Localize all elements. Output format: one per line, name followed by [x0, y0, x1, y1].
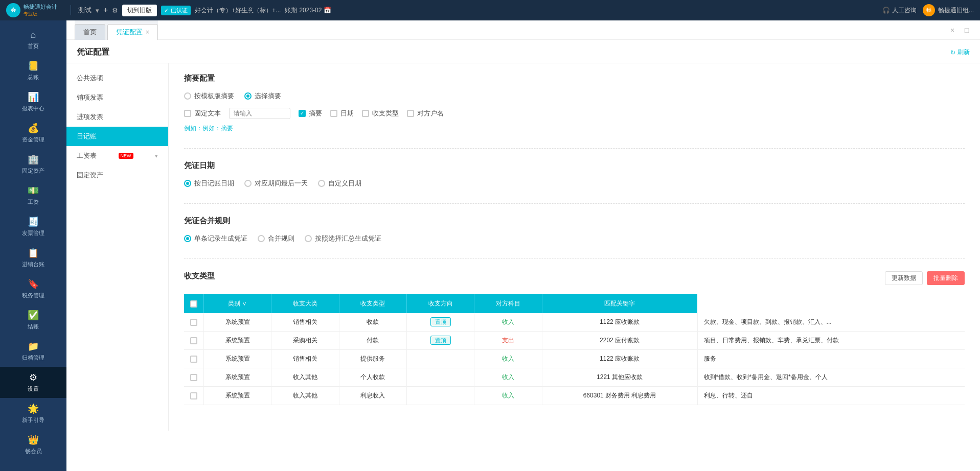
col-direction: 收支方向	[406, 294, 474, 313]
left-nav-public[interactable]: 公共选项	[66, 68, 168, 88]
funds-icon: 💰	[28, 123, 39, 134]
refresh-button[interactable]: ↻ 刷新	[950, 48, 970, 57]
voucher-date-radio-group: 按日记账日期 对应期间最后一天 自定义日期	[184, 179, 965, 188]
period-info: 账期 2023-02 📅	[285, 6, 331, 15]
update-data-button[interactable]: 更新数据	[885, 271, 923, 285]
window-close-button[interactable]: ×	[947, 25, 958, 35]
tab-close-icon[interactable]: ×	[146, 29, 149, 36]
sidebar-item-funds[interactable]: 💰 资金管理	[0, 117, 66, 149]
merge-rules-radio-group: 单条记录生成凭证 合并规则 按照选择汇总生成凭证	[184, 234, 965, 243]
checkbox-type[interactable]: 收支类型	[362, 109, 399, 118]
row-5-override	[406, 387, 474, 405]
sidebar-label-reports: 报表中心	[22, 105, 44, 112]
fixed-text-input[interactable]	[229, 108, 290, 119]
radio-custom-date[interactable]: 自定义日期	[318, 179, 361, 188]
left-nav-journal[interactable]: 日记账	[66, 127, 168, 146]
guide-icon: 🌟	[28, 403, 39, 414]
override-tag-1[interactable]: 置顶	[430, 317, 451, 326]
sidebar-item-settle[interactable]: ✅ 结账	[0, 304, 66, 336]
radio-single[interactable]: 单条记录生成凭证	[184, 234, 247, 243]
radio-select-circle	[244, 92, 252, 100]
radio-custom-date-circle	[318, 180, 325, 187]
logo: 会 畅捷通好会计 专业版	[6, 3, 57, 17]
row-2-checkbox[interactable]	[190, 337, 197, 344]
sidebar-item-tax[interactable]: 🔖 税务管理	[0, 273, 66, 304]
company-dropdown-arrow[interactable]: ▾	[96, 7, 99, 14]
sidebar-item-purchase[interactable]: 📋 进销台账	[0, 242, 66, 273]
window-maximize-button[interactable]: □	[962, 25, 972, 35]
row-1-income-type: 收款	[339, 313, 406, 332]
row-3-checkbox[interactable]	[190, 356, 197, 363]
chevron-down-icon: ▾	[155, 153, 158, 159]
checkbox-date[interactable]: 日期	[330, 109, 354, 118]
select-all-checkbox[interactable]	[190, 300, 197, 308]
window-controls: × □	[947, 25, 972, 35]
type-checkbox-box	[362, 110, 369, 117]
summary-checkbox-row: 固定文本 摘要 日期	[184, 108, 965, 119]
sidebar-item-archive[interactable]: 📁 归档管理	[0, 336, 66, 367]
user-menu[interactable]: 畅 畅捷通旧组...	[923, 4, 974, 16]
tax-icon: 🔖	[28, 278, 39, 290]
left-nav-fixed-assets[interactable]: 固定资产	[66, 166, 168, 185]
batch-delete-button[interactable]: 批量删除	[927, 271, 965, 285]
sidebar-item-member[interactable]: 👑 畅会员	[0, 429, 66, 460]
checkbox-fixed-text[interactable]: 固定文本	[184, 109, 221, 118]
radio-summary-generate[interactable]: 按照选择汇总生成凭证	[305, 234, 381, 243]
tab-home[interactable]: 首页	[75, 24, 105, 40]
row-1-checkbox[interactable]	[190, 319, 197, 326]
checkbox-summary[interactable]: 摘要	[299, 109, 322, 118]
radio-select[interactable]: 选择摘要	[244, 91, 281, 101]
calendar-icon[interactable]: 📅	[324, 7, 331, 14]
sidebar-item-guide[interactable]: 🌟 新手引导	[0, 398, 66, 429]
row-5-direction: 收入	[474, 387, 542, 405]
radio-merge[interactable]: 合并规则	[258, 234, 294, 243]
sidebar-label-archive: 归档管理	[22, 354, 44, 362]
sidebar-item-reports[interactable]: 📊 报表中心	[0, 86, 66, 117]
left-nav-purchase-invoice[interactable]: 进项发票	[66, 107, 168, 127]
ledger-icon: 📒	[28, 60, 39, 72]
row-5-account: 660301 财务费用 利息费用	[542, 387, 697, 405]
sidebar-item-salary[interactable]: 💵 工资	[0, 180, 66, 211]
sidebar-label-invoice: 发票管理	[22, 229, 44, 237]
tab-bar: 首页 凭证配置 ×	[75, 20, 158, 40]
sidebar-item-home[interactable]: ⌂ 首页	[0, 25, 66, 55]
divider-3	[184, 258, 965, 259]
sidebar: ⌂ 首页 📒 总账 📊 报表中心 💰 资金管理 🏢 固定资产 💵 工资	[0, 20, 66, 471]
row-2-major-type: 采购相关	[271, 332, 339, 350]
row-5-checkbox[interactable]	[190, 392, 197, 399]
income-expense-section: 收支类型 更新数据 批量删除	[184, 271, 965, 405]
switch-version-button[interactable]: 切到旧版	[122, 5, 157, 16]
sidebar-item-settings[interactable]: ⚙ 设置	[0, 367, 66, 398]
add-button[interactable]: +	[103, 6, 108, 15]
gear-icon[interactable]: ⚙	[112, 7, 118, 14]
page-header: 凭证配置 ↻ 刷新	[66, 40, 980, 63]
date-checkbox-box	[330, 110, 337, 117]
merge-rules-title: 凭证合并规则	[184, 216, 965, 226]
table-row: 系统预置 收入其他 利息收入 收入 660301 财务费用 利息费用 利息、行转…	[184, 387, 965, 405]
sort-icon: ∨	[242, 300, 247, 307]
table-header-row: 类别 ∨ 收支大类 收支类型 收支方向 对方科目 匹配关键字	[184, 294, 965, 313]
sidebar-item-invoice[interactable]: 🧾 发票管理	[0, 211, 66, 242]
content-wrapper: 首页 凭证配置 × × □ 凭证配置 ↻	[66, 20, 980, 471]
tab-voucher-config[interactable]: 凭证配置 ×	[107, 24, 158, 40]
checkbox-counterparty[interactable]: 对方户名	[407, 109, 444, 118]
left-nav-salary-table[interactable]: 工资表 NEW ▾	[66, 146, 168, 166]
page-title: 凭证配置	[77, 47, 109, 58]
summary-radio-group: 按模板版摘要 选择摘要	[184, 91, 965, 101]
row-4-checkbox[interactable]	[190, 374, 197, 381]
row-2-checkbox-cell	[184, 332, 204, 350]
row-2-override: 置顶	[406, 332, 474, 350]
table-row: 系统预置 销售相关 收款 置顶 收入	[184, 313, 965, 332]
sidebar-label-home: 首页	[28, 42, 39, 50]
left-nav-sales-invoice[interactable]: 销项发票	[66, 88, 168, 107]
refresh-icon: ↻	[950, 49, 955, 56]
radio-journal-date[interactable]: 按日记账日期	[184, 179, 234, 188]
sidebar-item-assets[interactable]: 🏢 固定资产	[0, 149, 66, 180]
override-tag-2[interactable]: 置顶	[430, 336, 451, 345]
service-button[interactable]: 🎧 人工咨询	[882, 6, 917, 15]
radio-template[interactable]: 按模板版摘要	[184, 91, 234, 101]
sidebar-item-ledger[interactable]: 📒 总账	[0, 55, 66, 86]
income-expense-title: 收支类型	[184, 271, 215, 281]
company-name: 测试	[78, 6, 92, 15]
radio-period-last[interactable]: 对应期间最后一天	[244, 179, 308, 188]
